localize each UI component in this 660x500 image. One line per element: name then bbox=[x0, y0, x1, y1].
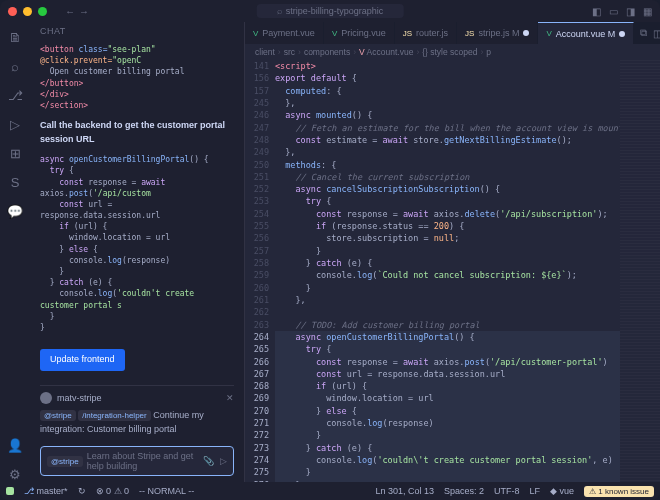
sync-icon[interactable]: ↻ bbox=[78, 486, 86, 496]
compare-icon[interactable]: ⧉ bbox=[640, 27, 647, 39]
indent-setting[interactable]: Spaces: 2 bbox=[444, 486, 484, 496]
file-type-icon: JS bbox=[403, 29, 412, 38]
tab-pricing-vue[interactable]: VPricing.vue bbox=[324, 22, 395, 44]
layout-panel-icon[interactable]: ▭ bbox=[609, 6, 618, 17]
editor-area: VPayment.vueVPricing.vueJSrouter.jsJSstr… bbox=[245, 22, 660, 482]
modified-indicator bbox=[619, 31, 625, 37]
close-window-button[interactable] bbox=[8, 7, 17, 16]
dismiss-message-icon[interactable]: ✕ bbox=[226, 392, 234, 406]
tab-stripe-js[interactable]: JSstripe.js M bbox=[457, 22, 538, 44]
split-editor-icon[interactable]: ◫ bbox=[653, 28, 660, 39]
known-issue-badge[interactable]: ⚠ 1 known issue bbox=[584, 486, 654, 497]
settings-gear-icon[interactable]: ⚙ bbox=[9, 467, 21, 482]
titlebar: ← → ⌕ stripe-billing-typographic ◧ ▭ ◨ ▦ bbox=[0, 0, 660, 22]
chat-body: <button class="see-plan" @click.prevent=… bbox=[30, 40, 244, 440]
breadcrumb[interactable]: client › src › components › V Account.vu… bbox=[245, 44, 660, 60]
search-icon: ⌕ bbox=[277, 6, 282, 16]
eol[interactable]: LF bbox=[530, 486, 541, 496]
tab-router-js[interactable]: JSrouter.js bbox=[395, 22, 457, 44]
language-mode[interactable]: ◆ vue bbox=[550, 486, 574, 496]
command-tag[interactable]: /integration-helper bbox=[78, 410, 150, 421]
window-controls bbox=[8, 7, 47, 16]
file-type-icon: V bbox=[332, 29, 337, 38]
nav-arrows: ← → bbox=[65, 6, 89, 17]
cursor-position[interactable]: Ln 301, Col 13 bbox=[375, 486, 434, 496]
chat-input-placeholder: Learn about Stripe and get help building bbox=[87, 451, 199, 471]
command-center[interactable]: ⌕ stripe-billing-typographic bbox=[257, 4, 404, 18]
stripe-icon[interactable]: S bbox=[11, 175, 20, 190]
project-name: stripe-billing-typographic bbox=[286, 6, 384, 16]
chat-header: CHAT bbox=[30, 22, 244, 40]
explorer-icon[interactable]: 🗎 bbox=[9, 30, 22, 45]
minimize-window-button[interactable] bbox=[23, 7, 32, 16]
maximize-window-button[interactable] bbox=[38, 7, 47, 16]
user-message: matv-stripe ✕ @stripe /integration-helpe… bbox=[40, 385, 234, 437]
extensions-icon[interactable]: ⊞ bbox=[10, 146, 21, 161]
layout-customize-icon[interactable]: ▦ bbox=[643, 6, 652, 17]
source-control-icon[interactable]: ⎇ bbox=[8, 88, 23, 103]
account-icon[interactable]: 👤 bbox=[7, 438, 23, 453]
file-type-icon: V bbox=[546, 29, 551, 38]
status-bar: ⎇ master* ↻ ⊗ 0 ⚠ 0 -- NORMAL -- Ln 301,… bbox=[0, 482, 660, 500]
modified-indicator bbox=[523, 30, 529, 36]
run-debug-icon[interactable]: ▷ bbox=[10, 117, 20, 132]
code-suggestion-block: async openCustomerBillingPortal() { try … bbox=[40, 154, 234, 333]
activity-bar: 🗎 ⌕ ⎇ ▷ ⊞ S 💬 👤 ⚙ bbox=[0, 22, 30, 482]
titlebar-actions: ◧ ▭ ◨ ▦ bbox=[592, 6, 652, 17]
update-frontend-button[interactable]: Update frontend bbox=[40, 349, 125, 371]
search-icon[interactable]: ⌕ bbox=[11, 59, 19, 74]
code-suggestion-block: <button class="see-plan" @click.prevent=… bbox=[40, 44, 234, 111]
input-mention-tag[interactable]: @stripe bbox=[47, 456, 83, 467]
code-editor[interactable]: 1411561572452462472482492502512522532542… bbox=[245, 60, 660, 482]
line-number-gutter: 1411561572452462472482492502512522532542… bbox=[245, 60, 275, 482]
nav-back-icon[interactable]: ← bbox=[65, 6, 75, 17]
file-type-icon: V bbox=[253, 29, 258, 38]
minimap[interactable] bbox=[620, 60, 660, 482]
layout-sidebar-icon[interactable]: ◧ bbox=[592, 6, 601, 17]
chat-icon[interactable]: 💬 bbox=[7, 204, 23, 219]
attach-icon[interactable]: 📎 bbox=[203, 456, 214, 466]
code-content[interactable]: <script>export default { computed: { }, … bbox=[275, 60, 620, 482]
encoding[interactable]: UTF-8 bbox=[494, 486, 520, 496]
tab-account-vue[interactable]: VAccount.vue M bbox=[538, 22, 634, 44]
remote-indicator[interactable] bbox=[6, 487, 14, 495]
file-type-icon: JS bbox=[465, 29, 474, 38]
nav-forward-icon[interactable]: → bbox=[79, 6, 89, 17]
mention-tag[interactable]: @stripe bbox=[40, 410, 76, 421]
git-branch[interactable]: ⎇ master* bbox=[24, 486, 68, 496]
chat-input[interactable]: @stripe Learn about Stripe and get help … bbox=[40, 446, 234, 476]
user-avatar bbox=[40, 392, 52, 404]
suggestion-title: Call the backend to get the customer por… bbox=[40, 119, 234, 146]
editor-tabs: VPayment.vueVPricing.vueJSrouter.jsJSstr… bbox=[245, 22, 660, 44]
send-icon[interactable]: ▷ bbox=[220, 456, 227, 466]
tab-payment-vue[interactable]: VPayment.vue bbox=[245, 22, 324, 44]
chat-panel: CHAT <button class="see-plan" @click.pre… bbox=[30, 22, 245, 482]
problems[interactable]: ⊗ 0 ⚠ 0 bbox=[96, 486, 130, 496]
user-name: matv-stripe bbox=[57, 392, 102, 406]
vim-mode: -- NORMAL -- bbox=[139, 486, 194, 496]
layout-secondary-icon[interactable]: ◨ bbox=[626, 6, 635, 17]
